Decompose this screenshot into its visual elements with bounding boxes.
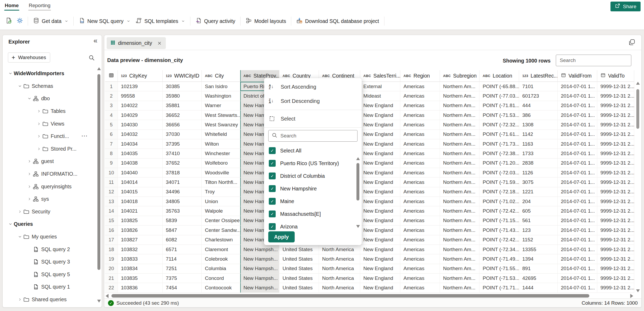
cell[interactable]: 104038 [118, 159, 163, 168]
cell[interactable]: 13355 [519, 245, 558, 254]
cell[interactable]: 5847 [163, 226, 202, 235]
cell[interactable]: New England [360, 187, 400, 197]
cell[interactable]: North America [319, 274, 360, 283]
row-number[interactable]: 14 [105, 206, 118, 216]
cell[interactable]: Northern Am... [440, 120, 480, 130]
cell[interactable]: 2014-07-01 1... [558, 101, 597, 111]
column-header-validfrom[interactable]: ValidFrom [558, 70, 597, 82]
cell[interactable]: 9999-12-31 2... [597, 168, 634, 178]
cell[interactable]: 2014-07-01 1... [558, 264, 597, 274]
cell[interactable]: Columbia [202, 264, 240, 274]
cell[interactable]: POINT (-72.34... [480, 245, 519, 254]
cell[interactable]: POINT (-71.20... [480, 159, 519, 168]
cell[interactable]: 102139 [118, 82, 163, 91]
cell[interactable]: 104022 [118, 101, 163, 111]
filter-list-scrollbar[interactable] [356, 157, 360, 228]
cell[interactable]: POINT (-71.59... [480, 178, 519, 187]
row-number[interactable]: 7 [105, 139, 118, 149]
row-number[interactable]: 9 [105, 159, 118, 168]
scrollbar-thumb[interactable] [636, 89, 639, 129]
cell[interactable]: Northern Am... [440, 178, 480, 187]
column-header-city[interactable]: ABCCity [202, 70, 240, 82]
select-all-cells-button[interactable] [105, 70, 118, 82]
cell[interactable]: 1163 [519, 139, 558, 149]
cell[interactable]: 5839 [163, 216, 202, 226]
cell[interactable]: POINT (-72.38... [480, 149, 519, 158]
tree-chevron-down-icon[interactable] [16, 84, 23, 88]
cell[interactable]: 9999-12-31 2... [597, 197, 634, 206]
cell[interactable]: 104035 [118, 149, 163, 158]
column-header-validto[interactable]: ValidTo [597, 70, 634, 82]
cell[interactable]: 2014-07-01 1... [558, 139, 597, 149]
cell[interactable]: 601723 [519, 91, 558, 101]
explorer-scrollbar[interactable] [97, 67, 101, 303]
cell[interactable]: Northern Am... [440, 216, 480, 226]
add-warehouses-button[interactable]: + Warehouses [8, 52, 50, 63]
cell[interactable]: Northern Am... [440, 235, 480, 245]
cell[interactable]: New England [360, 120, 400, 130]
cell[interactable]: 103832 [118, 245, 163, 254]
tree-chevron-down-icon[interactable] [7, 222, 14, 226]
filter-option-arizona[interactable]: ✓Arizona [264, 220, 362, 233]
cell[interactable]: 2014-07-01 1... [558, 245, 597, 254]
cell[interactable]: 35763 [163, 206, 202, 216]
cell[interactable]: 30385 [163, 82, 202, 91]
cell[interactable]: United States [279, 264, 319, 274]
scroll-down-icon[interactable] [97, 300, 101, 303]
cell[interactable]: Northern Am... [440, 159, 480, 168]
cell[interactable]: New Hampsh... [240, 254, 279, 264]
get-data-button[interactable]: Get data [30, 15, 71, 27]
menu-item-sort-ascending[interactable]: AZ↓ Sort Ascending [264, 80, 362, 94]
cell[interactable]: 104040 [118, 168, 163, 178]
cell[interactable]: 123 [519, 226, 558, 235]
filter-option-new-hampshire[interactable]: ✓New Hampshire [264, 182, 362, 195]
cell[interactable]: 36656 [163, 120, 202, 130]
cell[interactable]: 9999-12-31 2... [597, 235, 634, 245]
scroll-left-icon[interactable] [106, 294, 109, 298]
cell[interactable]: United States [279, 283, 319, 293]
cell[interactable]: Americas [400, 187, 440, 197]
cell[interactable]: 9999-12-31 2... [597, 206, 634, 216]
filter-option-puerto-rico-us-territory[interactable]: ✓Puerto Rico (US Territory) [264, 157, 362, 170]
share-button[interactable]: Share [610, 2, 641, 11]
cell[interactable]: 103836 [118, 283, 163, 293]
tree-chevron-right-icon[interactable] [26, 197, 33, 201]
row-number[interactable]: 21 [105, 274, 118, 283]
cell[interactable]: New England [360, 283, 400, 293]
cell[interactable]: 2014-07-01 1... [558, 235, 597, 245]
cell[interactable]: New England [360, 235, 400, 245]
cell[interactable]: 9999-12-31 2... [597, 101, 634, 111]
tree-chevron-right-icon[interactable] [16, 298, 23, 302]
cell[interactable]: New England [360, 216, 400, 226]
cell[interactable]: 37030 [163, 130, 202, 139]
column-header-wwicityid[interactable]: 123WWICityID [163, 70, 202, 82]
cell[interactable]: New Hampsh... [240, 264, 279, 274]
cell[interactable]: Wolfeboro [202, 159, 240, 168]
cell[interactable]: San Isidro [202, 82, 240, 91]
cell[interactable]: 103825 [118, 216, 163, 226]
row-number[interactable]: 4 [105, 111, 118, 120]
tree-chevron-right-icon[interactable] [35, 134, 42, 138]
cell[interactable]: Americas [400, 206, 440, 216]
settings-gear-button[interactable] [14, 15, 25, 27]
menu-item-sort-descending[interactable]: ZA↓ Sort Descending [264, 94, 362, 108]
cell[interactable]: Wilton [202, 139, 240, 149]
tree-chevron-right-icon[interactable] [26, 159, 33, 163]
cell[interactable]: Americas [400, 130, 440, 139]
cell[interactable]: Americas [400, 226, 440, 235]
explorer-search-icon[interactable] [88, 55, 95, 62]
cell[interactable]: United States [279, 274, 319, 283]
row-number[interactable]: 8 [105, 149, 118, 158]
cell[interactable]: 7454 [163, 283, 202, 293]
filter-option-maine[interactable]: ✓Maine [264, 195, 362, 208]
copy-layout-icon[interactable] [628, 39, 636, 47]
tree-item-functi[interactable]: Functi...··· [3, 130, 97, 143]
tree-chevron-right-icon[interactable] [26, 172, 33, 176]
cell[interactable]: Northern Am... [440, 206, 480, 216]
tree-item-wideworldimporters[interactable]: WideWorldImporters [3, 67, 97, 80]
scroll-down-icon[interactable] [356, 225, 360, 228]
cell[interactable]: Americas [400, 178, 440, 187]
tree-item-tables[interactable]: Tables [3, 105, 97, 118]
cell[interactable]: New England [360, 226, 400, 235]
cell[interactable]: POINT (-71.15... [480, 216, 519, 226]
